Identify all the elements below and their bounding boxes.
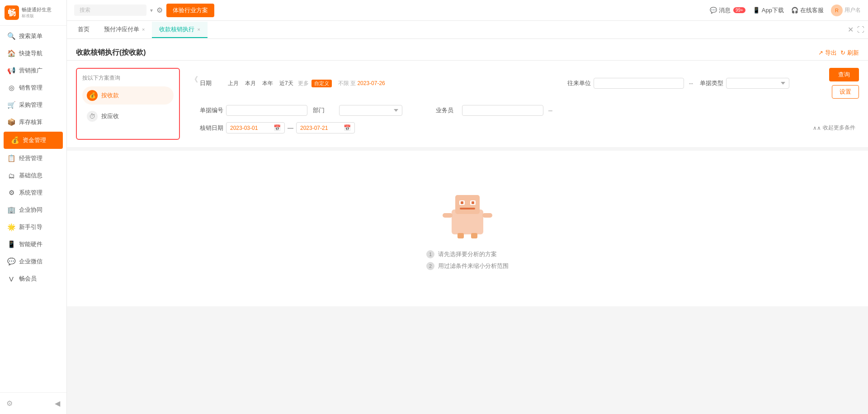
refresh-button[interactable]: ↻ 刷新 <box>840 49 859 57</box>
finance-icon: 💰 <box>11 136 19 144</box>
receivable-option-icon: ⏱ <box>87 111 98 122</box>
search-bar[interactable]: 搜索 <box>74 5 146 16</box>
sidebar-item-wechat[interactable]: 💬 企业微信 <box>0 253 66 270</box>
sidebar-item-quick-nav[interactable]: 🏠 快捷导航 <box>0 45 66 62</box>
staff-ellipsis-btn[interactable]: ··· <box>546 106 554 115</box>
logo-text: 畅捷通好生意 <box>22 6 52 13</box>
tabs-actions: ✕ ⛶ <box>848 25 864 34</box>
verify-date-start-value: 2023-03-01 <box>230 125 258 131</box>
sidebar-item-search-menu[interactable]: 🔍 搜索菜单 <box>0 28 66 45</box>
sidebar-item-member[interactable]: V 畅会员 <box>0 270 66 287</box>
date-shortcuts: 上月 本月 本年 近7天 更多 自定义 <box>226 79 332 88</box>
messages-badge: 99+ <box>733 7 745 13</box>
tab-home[interactable]: 首页 <box>71 22 97 38</box>
export-button[interactable]: ↗ 导出 <box>818 49 837 57</box>
calendar-start-icon: 📅 <box>274 124 281 131</box>
sidebar-item-sales[interactable]: ◎ 销售管理 <box>0 79 66 96</box>
inventory-icon: 📦 <box>7 118 15 126</box>
sidebar-item-purchase[interactable]: 🛒 采购管理 <box>0 96 66 114</box>
sidebar-settings-btn[interactable]: ⚙ <box>5 397 14 409</box>
sidebar-label-marketing: 营销推广 <box>19 67 42 75</box>
avatar: R <box>831 5 843 16</box>
partner-input[interactable] <box>594 78 684 89</box>
date-shortcut-this-month[interactable]: 本月 <box>243 79 258 88</box>
verify-date-end-input[interactable]: 2023-07-21 📅 <box>296 122 355 133</box>
dept-select[interactable] <box>339 105 402 116</box>
verify-date-field: 核销日期 2023-03-01 📅 — 2023-07-21 📅 <box>200 122 355 133</box>
export-icon: ↗ <box>818 49 823 56</box>
verify-date-start-input[interactable]: 2023-03-01 📅 <box>226 122 285 133</box>
date-shortcut-last-month[interactable]: 上月 <box>226 79 241 88</box>
doc-no-input[interactable] <box>226 105 307 116</box>
date-more-btn[interactable]: 更多 <box>298 80 309 87</box>
online-service-btn[interactable]: 🎧 在线客服 <box>791 6 824 14</box>
solution-button[interactable]: 体验行业方案 <box>166 4 214 17</box>
sidebar-item-inventory[interactable]: 📦 库存核算 <box>0 114 66 131</box>
sidebar-item-marketing[interactable]: 📢 营销推广 <box>0 62 66 79</box>
date-shortcut-7days[interactable]: 近7天 <box>278 79 295 88</box>
sidebar-collapse-btn[interactable]: ◀ <box>53 397 62 409</box>
export-label: 导出 <box>825 49 837 57</box>
home-icon: 🏠 <box>7 49 15 57</box>
tab-payment-verify-close[interactable]: × <box>197 27 200 32</box>
svg-rect-6 <box>460 208 475 209</box>
page-title: 收款核销执行(按收款) <box>76 48 146 57</box>
doc-type-select[interactable] <box>726 78 789 89</box>
sidebar-item-enterprise[interactable]: 🏢 企业协同 <box>0 201 66 219</box>
tab-home-label: 首页 <box>78 25 90 33</box>
date-shortcut-this-year[interactable]: 本年 <box>260 79 275 88</box>
tab-prepay[interactable]: 预付冲应付单 × <box>97 22 152 38</box>
basic-info-icon: 🗂 <box>7 172 15 180</box>
filter-left-title: 按以下方案查询 <box>82 74 174 82</box>
sidebar-item-hardware[interactable]: 📱 智能硬件 <box>0 236 66 253</box>
filter-area: 按以下方案查询 💰 按收款 ⏱ 按应收 《 <box>67 61 868 147</box>
app-download-btn[interactable]: 📱 App下载 <box>753 6 784 14</box>
topbar-chevron-icon[interactable]: ▾ <box>150 7 153 14</box>
online-service-label: 在线客服 <box>800 6 824 14</box>
topbar-gear-icon[interactable]: ⚙ <box>156 6 163 14</box>
query-button[interactable]: 查询 <box>829 68 859 81</box>
tab-expand-btn[interactable]: ⛶ <box>857 26 864 34</box>
sidebar-item-basic-info[interactable]: 🗂 基础信息 <box>0 167 66 184</box>
logo-icon: 畅 <box>5 5 19 20</box>
user-area[interactable]: R 用户名 <box>831 5 861 16</box>
sidebar-item-operations[interactable]: 📋 经营管理 <box>0 150 66 167</box>
messages-btn[interactable]: 💬 消息 99+ <box>710 6 745 14</box>
staff-input[interactable] <box>462 105 543 116</box>
empty-hint-2: 2 用过滤条件来缩小分析范围 <box>426 262 509 270</box>
tab-payment-verify[interactable]: 收款核销执行 × <box>152 22 207 38</box>
sidebar: 畅 畅捷通好生意 标准版 🔍 搜索菜单 🏠 快捷导航 📢 营销推广 ◎ 销售管理… <box>0 0 67 414</box>
messages-label: 消息 <box>719 6 731 14</box>
logo-sub: 标准版 <box>22 13 52 19</box>
filter-collapse-btn[interactable]: 《 <box>189 73 200 86</box>
receivable-option-label: 按应收 <box>101 112 119 120</box>
filter-option-by-payment[interactable]: 💰 按收款 <box>82 86 174 105</box>
svg-rect-5 <box>472 201 474 204</box>
search-placeholder: 搜索 <box>80 7 90 13</box>
sidebar-item-finance[interactable]: 💰 资金管理 <box>4 132 63 149</box>
main-area: 搜索 ▾ ⚙ 体验行业方案 💬 消息 99+ 📱 App下载 🎧 在线客服 R … <box>67 0 868 414</box>
empty-state: 1 请先选择要分析的方案 2 用过滤条件来缩小分析范围 <box>67 151 868 306</box>
hint-num-2: 2 <box>426 262 434 270</box>
tab-prepay-close[interactable]: × <box>142 27 145 32</box>
empty-svg <box>440 187 495 241</box>
marketing-icon: 📢 <box>7 67 15 75</box>
sidebar-item-guide[interactable]: 🌟 新手引导 <box>0 219 66 236</box>
filter-left-panel: 按以下方案查询 💰 按收款 ⏱ 按应收 <box>76 68 180 140</box>
settings-button[interactable]: 设置 <box>832 85 859 99</box>
collapse-more-button[interactable]: ∧∧ 收起更多条件 <box>809 122 859 133</box>
tab-close-all-btn[interactable]: ✕ <box>848 25 854 34</box>
doc-type-label: 单据类型 <box>700 79 723 87</box>
sidebar-label-hardware: 智能硬件 <box>19 240 42 248</box>
filter-option-by-receivable[interactable]: ⏱ 按应收 <box>82 107 174 125</box>
topbar-left: 搜索 ▾ ⚙ 体验行业方案 <box>74 4 214 17</box>
doc-no-label: 单据编号 <box>200 106 223 114</box>
doc-type-field: 单据类型 <box>700 78 817 89</box>
partner-ellipsis-btn[interactable]: ··· <box>687 79 694 88</box>
sidebar-label-guide: 新手引导 <box>19 223 42 231</box>
sidebar-item-system[interactable]: ⚙ 系统管理 <box>0 184 66 201</box>
empty-hint-1-text: 请先选择要分析的方案 <box>438 250 497 258</box>
svg-rect-4 <box>461 201 463 204</box>
calendar-end-icon: 📅 <box>344 124 351 131</box>
wechat-icon: 💬 <box>7 257 15 266</box>
